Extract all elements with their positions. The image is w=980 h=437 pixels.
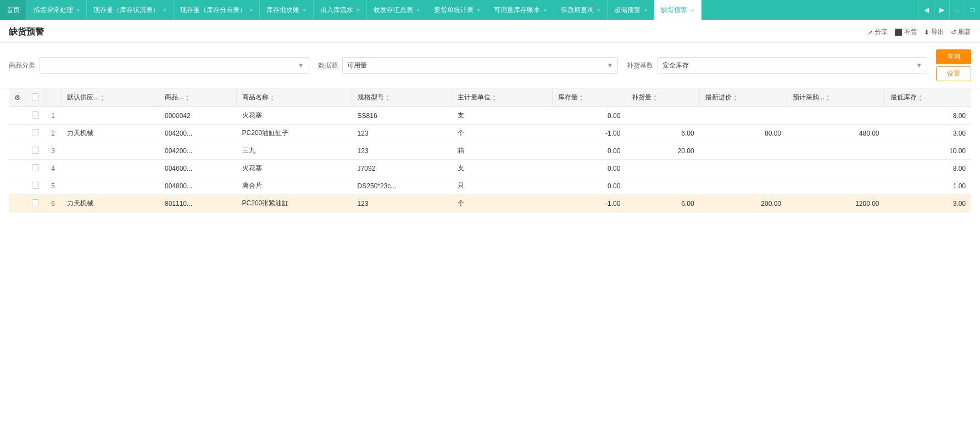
sort-price-icon <box>733 94 737 102</box>
tab-close-purchase-stat[interactable]: × <box>477 7 480 13</box>
td-price <box>700 177 787 195</box>
tab-close-inout[interactable]: × <box>357 7 360 13</box>
tab-shortage[interactable]: 缺货预警× <box>654 0 701 20</box>
tab-close-expiry[interactable]: × <box>597 7 600 13</box>
sort-min-icon <box>918 94 922 102</box>
sort-code-icon <box>186 94 190 102</box>
td-row-settings <box>9 195 26 212</box>
tab-stock-dist[interactable]: 现存量（库存分布表）× <box>174 0 260 20</box>
tab-home[interactable]: 首页 <box>0 0 27 20</box>
td-price <box>700 107 787 125</box>
td-est <box>787 107 884 125</box>
tab-close-shortage[interactable]: × <box>691 7 694 13</box>
tab-stock-status[interactable]: 现存量（库存状况表）× <box>87 0 173 20</box>
td-name: 三九 <box>237 142 352 160</box>
sort-unit-icon <box>492 94 496 102</box>
td-est: 1200.00 <box>787 195 884 212</box>
td-checkbox <box>26 125 45 142</box>
th-min-stock[interactable]: 最低库存 <box>885 88 971 107</box>
settings-button[interactable]: 设置 <box>936 66 971 81</box>
category-select[interactable]: ▼ <box>40 57 309 74</box>
td-price <box>700 160 787 177</box>
tab-scroll-right[interactable]: ▶ <box>934 0 949 20</box>
td-spec: 123 <box>352 195 452 212</box>
th-replenish-qty[interactable]: 补货量 <box>626 88 699 107</box>
tab-expiry[interactable]: 保质期查询× <box>554 0 608 20</box>
tab-bar: 首页拣货异常处理×现存量（库存状况表）×现存量（库存分布表）×库存批次账×出入库… <box>0 0 980 20</box>
td-name: 离合片 <box>237 177 352 195</box>
sort-est-icon <box>826 94 830 102</box>
th-spec[interactable]: 规格型号 <box>352 88 452 107</box>
th-est-purchase[interactable]: 预计采购... <box>787 88 884 107</box>
tab-collect[interactable]: 收发存汇总表× <box>367 0 427 20</box>
export-icon: ⬇ <box>924 29 929 36</box>
th-unit[interactable]: 主计量单位 <box>452 88 552 107</box>
tab-inout[interactable]: 出入库流水× <box>314 0 367 20</box>
row-checkbox[interactable] <box>32 199 39 206</box>
td-row-num: 5 <box>45 177 62 195</box>
td-unit: 个 <box>452 125 552 142</box>
replenish-action[interactable]: ⬛ 补货 <box>894 27 917 37</box>
tab-close-stock-status[interactable]: × <box>163 7 166 13</box>
query-button[interactable]: 查询 <box>936 49 971 64</box>
tab-close-overstock[interactable]: × <box>644 7 647 13</box>
replenish-basis-filter-group: 补货基数 安全库存 ▼ <box>627 57 927 74</box>
th-row-num <box>45 88 62 107</box>
tab-close-batch[interactable]: × <box>303 7 306 13</box>
th-latest-price[interactable]: 最新进价 <box>700 88 787 107</box>
td-stock: -1.00 <box>552 195 626 212</box>
share-icon: ↗ <box>867 29 873 36</box>
datasource-select-value: 可用量 <box>347 61 367 70</box>
row-checkbox[interactable] <box>32 129 39 136</box>
replenish-basis-select[interactable]: 安全库存 ▼ <box>658 57 927 74</box>
td-replenish: 6.00 <box>626 125 699 142</box>
export-action[interactable]: ⬇ 导出 <box>924 27 944 37</box>
row-checkbox[interactable] <box>32 182 39 189</box>
th-product-code[interactable]: 商品... <box>159 88 237 107</box>
td-price: 80.00 <box>700 125 787 142</box>
tab-batch[interactable]: 库存批次账× <box>260 0 313 20</box>
page-header: 缺货预警 ↗ 分享 ⬛ 补货 ⬇ 导出 ↺ 刷新 <box>0 20 980 43</box>
replenish-icon: ⬛ <box>894 29 903 36</box>
td-price <box>700 142 787 160</box>
td-code: 801110... <box>159 195 237 212</box>
datasource-select[interactable]: 可用量 ▼ <box>342 57 619 74</box>
td-checkbox <box>26 177 45 195</box>
share-action[interactable]: ↗ 分享 <box>867 27 888 37</box>
sort-name-icon <box>270 94 274 102</box>
tab-abnormal[interactable]: 拣货异常处理× <box>27 0 87 20</box>
replenish-label: 补货 <box>904 27 917 37</box>
tab-scroll-left[interactable]: ◀ <box>918 0 934 20</box>
th-product-name[interactable]: 商品名称 <box>237 88 352 107</box>
tab-purchase-stat[interactable]: 要货单统计表× <box>427 0 487 20</box>
td-row-num: 4 <box>45 160 62 177</box>
row-checkbox[interactable] <box>32 147 39 154</box>
category-label: 商品分类 <box>9 61 35 70</box>
tab-close-available[interactable]: × <box>543 7 547 13</box>
td-code: 004200... <box>159 125 237 142</box>
th-settings[interactable]: ⚙ <box>9 88 26 107</box>
th-checkbox[interactable] <box>26 88 45 107</box>
tab-close-stock-dist[interactable]: × <box>249 7 253 13</box>
td-name: PC200油缸缸子 <box>237 125 352 142</box>
tab-available[interactable]: 可用量库存账本× <box>487 0 554 20</box>
page-title: 缺货预警 <box>9 26 44 38</box>
tab-close-collect[interactable]: × <box>416 7 420 13</box>
window-minimize[interactable]: – <box>949 0 965 20</box>
tab-close-abnormal[interactable]: × <box>76 7 80 13</box>
td-row-num: 2 <box>45 125 62 142</box>
row-checkbox[interactable] <box>32 111 39 119</box>
td-row-num: 1 <box>45 107 62 125</box>
row-checkbox[interactable] <box>32 164 39 171</box>
td-supplier <box>62 160 159 177</box>
td-est <box>787 142 884 160</box>
td-checkbox <box>26 107 45 125</box>
td-spec: 123 <box>352 125 452 142</box>
tab-overstock[interactable]: 超储预警× <box>608 0 654 20</box>
refresh-action[interactable]: ↺ 刷新 <box>951 27 971 37</box>
select-all-checkbox[interactable] <box>32 93 39 100</box>
th-stock[interactable]: 库存量 <box>552 88 626 107</box>
th-default-supplier[interactable]: 默认供应... <box>62 88 159 107</box>
td-est <box>787 160 884 177</box>
window-maximize[interactable]: □ <box>965 0 980 20</box>
